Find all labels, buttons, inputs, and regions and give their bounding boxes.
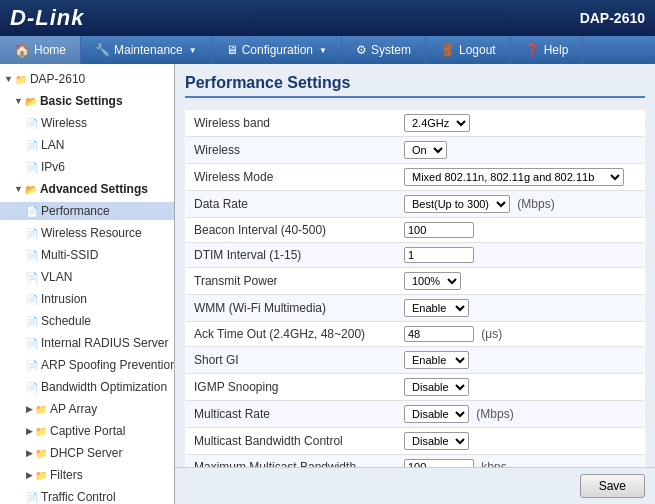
root-label: DAP-2610 <box>30 72 85 86</box>
sidebar-item-bandwidth-opt[interactable]: 📄 Bandwidth Optimization <box>0 376 174 398</box>
maintenance-icon: 🔧 <box>95 43 110 57</box>
page-icon: 📄 <box>26 272 38 283</box>
table-row: DTIM Interval (1-15) <box>186 243 644 268</box>
settings-table: Wireless band 2.4GHz5GHz Wireless OnOff <box>185 110 645 467</box>
sidebar-item-performance[interactable]: 📄 Performance <box>0 200 174 222</box>
internal-radius-label: Internal RADIUS Server <box>41 336 168 350</box>
max-multicast-bw-input[interactable] <box>404 459 474 467</box>
nav-configuration[interactable]: 🖥 Configuration ▼ <box>212 36 342 64</box>
page-icon: 📄 <box>26 250 38 261</box>
table-row: WMM (Wi-Fi Multimedia) EnableDisable <box>186 295 644 322</box>
page-icon: 📄 <box>26 140 38 151</box>
wireless-band-select[interactable]: 2.4GHz5GHz <box>404 114 470 132</box>
performance-label: Performance <box>41 204 110 218</box>
sidebar-item-captive-portal[interactable]: ▶ 📁 Captive Portal <box>0 420 174 442</box>
content-area: Performance Settings Wireless band 2.4GH… <box>175 64 655 467</box>
transmit-power-select[interactable]: 100%75%50%25% <box>404 272 461 290</box>
sidebar-item-basic-settings[interactable]: ▼ 📂 Basic Settings <box>0 90 174 112</box>
nav-maintenance[interactable]: 🔧 Maintenance ▼ <box>81 36 212 64</box>
field-label: Wireless band <box>186 110 396 137</box>
field-value: DisableEnable (Mbps) <box>396 401 644 428</box>
field-label: WMM (Wi-Fi Multimedia) <box>186 295 396 322</box>
save-button[interactable]: Save <box>580 474 645 498</box>
sidebar-item-advanced-settings[interactable]: ▼ 📂 Advanced Settings <box>0 178 174 200</box>
data-rate-select[interactable]: Best(Up to 300) <box>404 195 510 213</box>
sidebar-item-wireless[interactable]: 📄 Wireless <box>0 112 174 134</box>
short-gi-select[interactable]: EnableDisable <box>404 351 469 369</box>
sidebar-item-ap-array[interactable]: ▶ 📁 AP Array <box>0 398 174 420</box>
header: D-Link DAP-2610 <box>0 0 655 36</box>
table-row: Data Rate Best(Up to 300) (Mbps) <box>186 191 644 218</box>
logout-icon: 🚪 <box>440 43 455 57</box>
nav-home[interactable]: 🏠 Home <box>0 36 81 64</box>
wireless-resource-label: Wireless Resource <box>41 226 142 240</box>
page-icon: 📄 <box>26 316 38 327</box>
field-value: DisableEnable <box>396 428 644 455</box>
sidebar-item-lan[interactable]: 📄 LAN <box>0 134 174 156</box>
table-row: Wireless band 2.4GHz5GHz <box>186 110 644 137</box>
page-icon: 📄 <box>26 206 38 217</box>
sidebar-item-traffic-control[interactable]: 📄 Traffic Control <box>0 486 174 504</box>
ack-timeout-input[interactable] <box>404 326 474 342</box>
wmm-select[interactable]: EnableDisable <box>404 299 469 317</box>
field-value: (μs) <box>396 322 644 347</box>
vlan-label: VLAN <box>41 270 72 284</box>
table-row: Transmit Power 100%75%50%25% <box>186 268 644 295</box>
folder-icon: 📂 <box>25 96 37 107</box>
folder-icon: 📁 <box>35 404 47 415</box>
page-title: Performance Settings <box>185 74 645 98</box>
basic-settings-label: Basic Settings <box>40 94 123 108</box>
nav-help[interactable]: ❓ Help <box>511 36 584 64</box>
ack-timeout-unit: (μs) <box>481 327 502 341</box>
save-button-area: Save <box>175 467 655 504</box>
expand-icon: ▶ <box>26 404 33 414</box>
ap-array-label: AP Array <box>50 402 97 416</box>
page-icon: 📄 <box>26 294 38 305</box>
advanced-settings-label: Advanced Settings <box>40 182 148 196</box>
page-icon: 📄 <box>26 360 38 371</box>
configuration-icon: 🖥 <box>226 43 238 57</box>
wireless-mode-select[interactable]: Mixed 802.11n, 802.11g and 802.11b <box>404 168 624 186</box>
field-value: DisableEnable <box>396 374 644 401</box>
model-badge: DAP-2610 <box>580 10 645 26</box>
sidebar-item-ipv6[interactable]: 📄 IPv6 <box>0 156 174 178</box>
folder-icon: 📁 <box>35 426 47 437</box>
navbar: 🏠 Home 🔧 Maintenance ▼ 🖥 Configuration ▼… <box>0 36 655 64</box>
sidebar-item-vlan[interactable]: 📄 VLAN <box>0 266 174 288</box>
field-value <box>396 243 644 268</box>
field-label: Multicast Bandwidth Control <box>186 428 396 455</box>
wireless-select[interactable]: OnOff <box>404 141 447 159</box>
folder-icon: 📂 <box>25 184 37 195</box>
nav-system[interactable]: ⚙ System <box>342 36 426 64</box>
sidebar-item-dhcp-server[interactable]: ▶ 📁 DHCP Server <box>0 442 174 464</box>
page-icon: 📄 <box>26 228 38 239</box>
bandwidth-opt-label: Bandwidth Optimization <box>41 380 167 394</box>
wireless-label: Wireless <box>41 116 87 130</box>
help-icon: ❓ <box>525 43 540 57</box>
multicast-rate-select[interactable]: DisableEnable <box>404 405 469 423</box>
traffic-control-label: Traffic Control <box>41 490 116 504</box>
dtim-interval-input[interactable] <box>404 247 474 263</box>
igmp-snooping-select[interactable]: DisableEnable <box>404 378 469 396</box>
sidebar-item-arp-spoofing[interactable]: 📄 ARP Spoofing Prevention <box>0 354 174 376</box>
expand-icon: ▶ <box>26 448 33 458</box>
tree-root[interactable]: ▼ 📁 DAP-2610 <box>0 68 174 90</box>
multi-ssid-label: Multi-SSID <box>41 248 98 262</box>
sidebar-item-intrusion[interactable]: 📄 Intrusion <box>0 288 174 310</box>
field-value: 100%75%50%25% <box>396 268 644 295</box>
ipv6-label: IPv6 <box>41 160 65 174</box>
sidebar-item-internal-radius[interactable]: 📄 Internal RADIUS Server <box>0 332 174 354</box>
lan-label: LAN <box>41 138 64 152</box>
sidebar-item-schedule[interactable]: 📄 Schedule <box>0 310 174 332</box>
sidebar-item-multi-ssid[interactable]: 📄 Multi-SSID <box>0 244 174 266</box>
field-label: Maximum Multicast Bandwidth <box>186 455 396 468</box>
sidebar-item-filters[interactable]: ▶ 📁 Filters <box>0 464 174 486</box>
captive-portal-label: Captive Portal <box>50 424 125 438</box>
page-icon: 📄 <box>26 338 38 349</box>
chevron-down-icon: ▼ <box>319 46 327 55</box>
sidebar-item-wireless-resource[interactable]: 📄 Wireless Resource <box>0 222 174 244</box>
beacon-interval-input[interactable] <box>404 222 474 238</box>
nav-logout[interactable]: 🚪 Logout <box>426 36 511 64</box>
table-row: Short GI EnableDisable <box>186 347 644 374</box>
multicast-bw-control-select[interactable]: DisableEnable <box>404 432 469 450</box>
